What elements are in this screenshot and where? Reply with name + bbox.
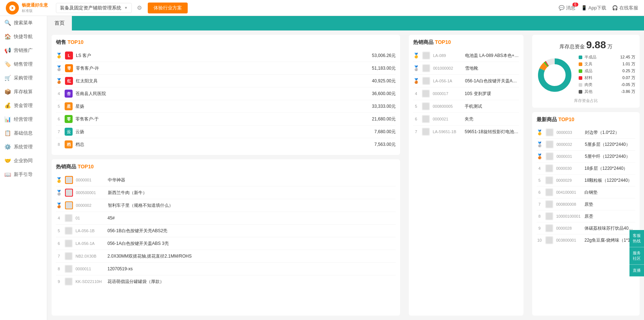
cs-live-button[interactable]: 直播: [629, 264, 644, 276]
legend-name: 材料: [584, 75, 620, 81]
product-image-placeholder: [422, 90, 430, 98]
legend-dot: [579, 83, 582, 87]
product-name: 45#: [107, 216, 396, 221]
sidebar-item-nav[interactable]: 🏠 快捷导航: [0, 30, 47, 44]
system-icon: ⚙️: [4, 144, 11, 150]
app-download-button[interactable]: 📱 App下载: [581, 5, 606, 11]
mid-hot-product-item: 7 LA-59651-1B 59651-1B旋转投影灯电池盒ABS黑色+58壳: [413, 126, 519, 138]
legend-value: -0.05 万: [621, 82, 635, 87]
customer-list-item: 4 杏 苍南县人民医院 36,600.00元: [56, 87, 396, 100]
mid-hot-products-card: 热销商品 TOP10 🥇 LA-089 电池盖 LA-089 ABS本色+黑种 …: [409, 35, 523, 316]
tab-home[interactable]: 首页: [47, 16, 72, 30]
product-name: 雪地靴: [465, 65, 519, 71]
product-code: KK-SD22110H: [76, 279, 105, 284]
mid-hot-product-item: 5 000800005 手机测试: [413, 100, 519, 113]
product-code: LA-59651-1B: [433, 130, 462, 134]
customer-name: 零售客户-于: [76, 116, 369, 122]
guide-icon: 📖: [4, 171, 11, 178]
legend-value: 1.01 万: [623, 61, 635, 67]
new-product-item: 7 000800008 原垫: [537, 198, 635, 210]
sidebar-item-purchase[interactable]: 🛒 采购管理: [0, 71, 47, 85]
product-name: 2.0X30MM双搓花轴,搓花直径2.1MM/ROHS: [107, 253, 396, 259]
rank-num: 6: [413, 117, 419, 121]
sidebar-item-corp[interactable]: 🤝 企业协同: [0, 154, 47, 168]
sidebar-item-ops[interactable]: 📊 经营管理: [0, 112, 47, 126]
float-cs: 客服热线 服务社区 直播: [629, 230, 644, 276]
product-name: 中华神器: [108, 177, 396, 183]
donut-area: 半成品 12.45 万 文具 1.01 万 成品 0.25 万 材料 0.07 …: [537, 54, 635, 96]
rank-medal-icon: 🥈: [413, 65, 419, 71]
hot-products-card: 热销商品 TOP10 🥇 0000001 中华神器 🥈 000500001 新西…: [52, 159, 400, 316]
rank-num: 6: [537, 190, 542, 194]
hot-products-list: 🥇 0000001 中华神器 🥈 000500001 新西兰牛肉（新牛） 🥉 0…: [56, 174, 396, 288]
legend-name: 其他: [584, 89, 619, 94]
main-layout: 🔍 搜索菜单 🏠 快捷导航 📢 营销推广 🏷️ 销售管理 🛒 采购管理 📦 库存…: [0, 16, 644, 320]
legend-item: 其他 -3.86 万: [579, 89, 635, 94]
legend-dot: [579, 69, 582, 73]
search-icon: 🔍: [4, 20, 11, 26]
product-code: 0000030: [556, 166, 582, 171]
donut-chart: [537, 57, 573, 93]
rank-num: 5: [537, 178, 542, 182]
product-code: NB2.0X30B: [76, 254, 105, 258]
new-products-title: 最新商品 TOP10: [537, 116, 635, 123]
rank-num: 8: [56, 142, 62, 147]
customer-list-item: 5 星 星扬 33,333.00元: [56, 100, 396, 113]
rank-num: 5: [56, 229, 62, 233]
legend-dot: [579, 76, 582, 80]
message-badge: 6: [572, 3, 578, 7]
legend-value: -3.86 万: [621, 89, 635, 94]
message-button[interactable]: 💬 消息 6: [559, 5, 575, 11]
hot-product-item: 9 KK-SD22110H 花语萌倡温分罐罐袋（厚款）: [56, 275, 396, 288]
product-image-placeholder: [546, 152, 554, 160]
product-code: 0000033: [557, 130, 582, 135]
product-image-placeholder: [545, 224, 553, 232]
rank-medal-icon: 🥉: [56, 202, 62, 208]
home-icon: 🏠: [4, 33, 11, 40]
system-selector[interactable]: 装备及固定资产辅助管理系统 ▼: [56, 3, 132, 13]
product-name: 夹壳: [465, 116, 519, 122]
legend-value: 0.07 万: [623, 75, 635, 81]
new-product-item: 6 004100001 白钢垫: [537, 186, 635, 198]
new-product-item: 9 0000028 体碳荔枝味苏打饮品400毫升（1*15）: [537, 222, 635, 234]
product-code: 001000002: [433, 66, 462, 70]
sidebar-item-system[interactable]: ⚙️ 系统管理: [0, 140, 47, 154]
sidebar-item-search[interactable]: 🔍 搜索菜单: [0, 16, 47, 30]
nav-tabs: 首页: [47, 16, 644, 30]
product-name: 原垫: [584, 201, 635, 208]
customer-value: 40,925.00元: [372, 78, 396, 84]
rank-num: 4: [537, 166, 542, 171]
cs-hotline-button[interactable]: 客服热线: [629, 230, 644, 247]
product-name: 原垄: [584, 213, 635, 220]
stock-total-unit: 万: [607, 44, 612, 49]
sidebar-item-finance[interactable]: 💰 资金管理: [0, 99, 47, 112]
product-name: 056-1A白色按键开关盖ABS 3壳: [465, 78, 519, 84]
product-image-placeholder: [65, 239, 73, 247]
product-image: [65, 201, 73, 209]
trial-button[interactable]: 体验行业方案: [148, 3, 188, 13]
page-content: 销售 TOP10 🥇 L LS 客户 53,006.26元 🥈 零 零售客户-许…: [47, 30, 644, 320]
rank-num: 10: [537, 238, 542, 242]
new-product-item: 5 0000029 18颗粒板（1220*2440）: [537, 175, 635, 186]
logo-text: 畅捷通好生意 标准版: [22, 2, 48, 13]
sidebar-item-guide[interactable]: 📖 新手引导: [0, 168, 47, 181]
phone-icon: 📱: [581, 5, 587, 11]
sidebar-item-base[interactable]: 📋 基础信息: [0, 126, 47, 140]
cs-community-button[interactable]: 服务社区: [629, 247, 644, 264]
sidebar-item-marketing[interactable]: 📢 营销推广: [0, 44, 47, 57]
rank-medal-icon: 🥉: [56, 78, 62, 84]
top-right: 💬 消息 6 📱 App下载 🎧 在线客服: [559, 5, 638, 11]
product-image-placeholder: [422, 128, 430, 136]
sidebar-item-stock[interactable]: 📦 库存核算: [0, 85, 47, 99]
product-name: 5厘多层（1220*2440）: [585, 141, 635, 148]
hot-product-item: 5 LA-056-1B 056-1B白色按键开关壳ABS2壳: [56, 225, 396, 237]
gear-button[interactable]: ⚙: [134, 3, 145, 13]
rank-num: 9: [56, 279, 62, 284]
customer-value: 51,183.00元: [372, 65, 396, 71]
rank-num: 5: [413, 104, 419, 108]
product-image-placeholder: [545, 188, 553, 196]
sidebar-item-sales[interactable]: 🏷️ 销售管理: [0, 57, 47, 71]
online-service-button[interactable]: 🎧 在线客服: [612, 5, 638, 11]
rank-medal-icon: 🥇: [56, 177, 62, 183]
product-code: 0000002: [76, 203, 105, 208]
